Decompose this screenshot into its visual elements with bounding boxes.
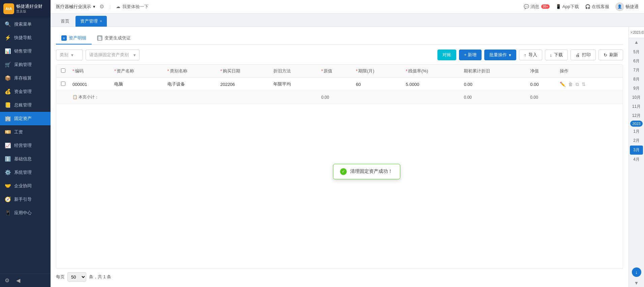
cell-residual: 5.0000 [403, 78, 461, 91]
batch-button[interactable]: 批量操作 ▾ [484, 50, 516, 60]
category-filter-label: 类别 ▾ [56, 50, 83, 60]
messages-button[interactable]: 💬 消息 99+ [524, 4, 549, 10]
new-button[interactable]: + 新增 [459, 50, 482, 60]
sidebar-item-label: 销售管理 [14, 48, 32, 54]
operations-icon: 📈 [5, 142, 11, 149]
sidebar-item-label: 工资 [14, 129, 23, 135]
cal-month-7[interactable]: 7月 [629, 66, 644, 75]
experience-link[interactable]: ☁ 我要体验一下 [116, 4, 149, 10]
cal-month-6[interactable]: 6月 [629, 57, 644, 66]
calendar-nav-down: ▼ [629, 279, 644, 287]
sidebar-item-enterprise[interactable]: 🤝 企业协同 [0, 179, 51, 193]
enterprise-icon: 🤝 [5, 183, 11, 189]
filter-chevron: ▾ [71, 53, 73, 58]
download-icon: 📱 [556, 4, 561, 9]
reconcile-button[interactable]: 对账 [437, 50, 456, 60]
collapse-icon[interactable]: ◀ [16, 277, 20, 284]
cal-down-icon[interactable]: ▼ [634, 280, 639, 286]
calendar-download: ↓ [629, 265, 644, 279]
select-all-header[interactable] [56, 65, 70, 78]
delete-icon[interactable]: 🗑 [568, 82, 573, 87]
row-checkbox-cell[interactable] [56, 78, 70, 91]
user-profile[interactable]: 👤 畅捷通 [615, 2, 639, 11]
cal-month-12[interactable]: 12月 [629, 111, 644, 120]
print-button[interactable]: 🖨 打印 [571, 50, 596, 60]
toast-container: ✓ 清理固定资产成功！ [333, 164, 400, 179]
row-checkbox[interactable] [61, 82, 65, 86]
experience-icon: ☁ [116, 4, 120, 9]
sidebar-item-search[interactable]: 🔍 搜索菜单 [0, 18, 51, 31]
assets-table: *编码 *资产名称 *类别名称 *购买日期 折旧方法 *原值 *期限(月) *残… [56, 65, 623, 104]
sidebar-item-label: 资金管理 [14, 89, 32, 95]
sidebar-item-operations[interactable]: 📈 经营管理 [0, 139, 51, 152]
sub-tab-asset-detail[interactable]: ≡ 资产明细 [56, 32, 92, 44]
edit-icon[interactable]: ✏️ [560, 82, 565, 87]
cal-month-4[interactable]: 4月 [629, 155, 644, 164]
sidebar-item-fixed-assets[interactable]: 🏢 固定资产 [0, 112, 51, 125]
panel-close-icon[interactable]: × [630, 30, 633, 35]
app-download-button[interactable]: 📱 App下载 [556, 4, 579, 10]
tab-assets[interactable]: 资产管理 × [75, 16, 107, 27]
change-voucher-icon: 📄 [97, 35, 102, 41]
calendar-nav: ▲ [629, 38, 644, 46]
sidebar-item-sales[interactable]: 📊 销售管理 [0, 44, 51, 58]
cal-download-icon[interactable]: ↓ [632, 267, 641, 277]
sidebar-item-inventory[interactable]: 📦 库存核算 [0, 71, 51, 85]
tab-close-icon[interactable]: × [100, 19, 102, 24]
app-logo: AtA 畅捷通好业财 普及版 [0, 0, 51, 18]
inventory-icon: 📦 [5, 75, 11, 81]
sidebar-item-quick-nav[interactable]: ⚡ 快捷导航 [0, 31, 51, 44]
select-all-checkbox[interactable] [61, 68, 65, 73]
download-button[interactable]: ↓ 下载 [545, 50, 568, 60]
cell-original-value [318, 78, 353, 91]
sub-tab-change-voucher[interactable]: 📄 变更生成凭证 [92, 32, 136, 44]
cell-name: 电脑 [112, 78, 164, 91]
sidebar-nav: 🔍 搜索菜单 ⚡ 快捷导航 📊 销售管理 🛒 采购管理 📦 库存核算 💰 资金管… [0, 18, 51, 274]
cal-year-2023[interactable]: 2023 [630, 121, 643, 127]
company-selector[interactable]: 医疗器械行业演示 ▾ [56, 4, 95, 10]
calendar-months: 5月 6月 7月 8月 9月 10月 11月 12月 2023 1月 2月 3月… [629, 46, 644, 265]
online-service-button[interactable]: 🎧 在线客服 [585, 4, 609, 10]
system-icon: ⚙️ [5, 169, 11, 176]
per-page-select[interactable]: 50 10 20 100 [67, 272, 86, 282]
cal-month-10[interactable]: 10月 [629, 93, 644, 102]
tab-home-label: 首页 [61, 18, 69, 24]
sidebar-item-finance[interactable]: 💰 资金管理 [0, 85, 51, 98]
payroll-icon: 💴 [5, 129, 11, 135]
logo-icon: AtA [3, 3, 14, 14]
sidebar-item-purchase[interactable]: 🛒 采购管理 [0, 58, 51, 71]
cal-month-9[interactable]: 9月 [629, 84, 644, 93]
settings-gear-icon[interactable]: ⚙ [99, 3, 104, 10]
sidebar-item-system[interactable]: ⚙️ 系统管理 [0, 166, 51, 179]
cal-up-icon[interactable]: ▲ [634, 39, 639, 45]
cal-month-3[interactable]: 3月 [630, 146, 643, 155]
basicinfo-icon: ℹ️ [5, 156, 11, 162]
sidebar-item-app-center[interactable]: 📱 应用中心 [0, 206, 51, 220]
user-avatar: 👤 [615, 2, 624, 11]
cal-month-2[interactable]: 2月 [629, 136, 644, 145]
sidebar-item-guide[interactable]: 🧭 新手引导 [0, 193, 51, 206]
cal-month-1[interactable]: 1月 [629, 127, 644, 136]
cal-month-11[interactable]: 11月 [629, 102, 644, 111]
col-initial-depreciation: 期初累计折旧 [461, 65, 527, 78]
sidebar-item-ledger[interactable]: 📒 总账管理 [0, 98, 51, 112]
table-header-row: *编码 *资产名称 *类别名称 *购买日期 折旧方法 *原值 *期限(月) *残… [56, 65, 623, 78]
messages-label: 消息 [530, 4, 539, 10]
tab-assets-label: 资产管理 [80, 18, 98, 24]
category-filter-dropdown[interactable]: 请选择固定资产类别 ▾ [86, 50, 140, 60]
ledger-icon: 📒 [5, 102, 11, 108]
cal-month-8[interactable]: 8月 [629, 75, 644, 84]
settings-icon[interactable]: ⚙ [5, 277, 9, 284]
cal-month-5[interactable]: 5月 [629, 47, 644, 57]
export-button[interactable]: ↑ 导入 [519, 50, 542, 60]
sidebar-item-basic-info[interactable]: ℹ️ 基础信息 [0, 152, 51, 166]
col-actions: 操作 [557, 65, 623, 78]
online-service-label: 在线客服 [592, 4, 609, 10]
sidebar-bottom: ⚙ ◀ [0, 274, 51, 287]
tab-home[interactable]: 首页 [56, 16, 74, 27]
copy-icon[interactable]: ⧉ [576, 82, 579, 87]
refresh-button[interactable]: ↻ 刷新 [599, 50, 623, 60]
cell-code: 000001 [70, 78, 112, 91]
more-icon[interactable]: ⇅ [582, 82, 586, 87]
sidebar-item-payroll[interactable]: 💴 工资 [0, 125, 51, 139]
